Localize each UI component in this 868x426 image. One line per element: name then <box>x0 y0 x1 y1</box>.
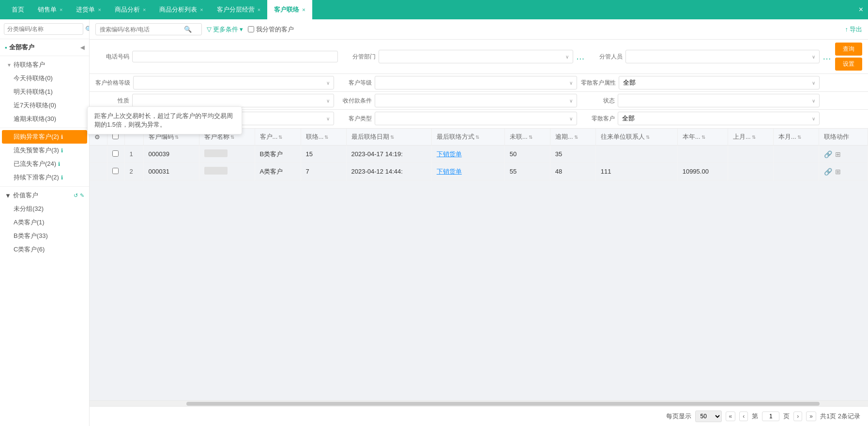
collapse-sidebar-icon[interactable]: ◀ <box>80 44 84 51</box>
page-input[interactable] <box>762 411 779 421</box>
row1-grid-icon[interactable]: ⊞ <box>835 150 841 158</box>
gender-select[interactable]: ∨ <box>132 94 334 107</box>
row2-name <box>199 163 255 180</box>
phone-filter: 电话号码 <box>95 51 338 62</box>
refresh-icon[interactable]: ↺ <box>74 192 78 199</box>
dept-more-icon[interactable]: … <box>576 52 585 62</box>
customer-type-col-header[interactable]: 客户...⇅ <box>255 129 301 146</box>
row1-checkbox[interactable] <box>107 146 124 163</box>
retail-attr-select[interactable]: 全部∨ <box>619 76 820 89</box>
row1-link-icon[interactable]: 🔗 <box>824 150 832 158</box>
row2-link-icon[interactable]: 🔗 <box>824 168 832 176</box>
per-page-label: 每页显示 <box>666 412 691 421</box>
sidebar-item-churned[interactable]: 已流失客户(24) ℹ <box>0 157 89 171</box>
retail-select[interactable]: 全部∨ <box>618 112 820 125</box>
customer-grade-select[interactable]: ∨ <box>375 76 577 89</box>
price-grade-select[interactable]: ∨ <box>133 76 334 89</box>
query-button[interactable]: 查询 <box>835 43 862 56</box>
info-icon-1: ℹ <box>61 147 63 154</box>
first-page-button[interactable]: « <box>726 411 736 421</box>
nav-customer-segment[interactable]: 客户分层经营 × <box>210 0 267 19</box>
sidebar-item-7days[interactable]: 近7天待联络(0) <box>0 99 89 112</box>
next-page-button[interactable]: › <box>793 411 802 421</box>
last-contact-date-col-header[interactable]: 最后联络日期⇅ <box>346 129 431 146</box>
dept-select[interactable]: ∨ <box>379 50 573 63</box>
per-page-select[interactable]: 50 20 100 <box>695 411 722 422</box>
value-customer-group-header[interactable]: ▼ 价值客户 ↺ ✎ <box>0 189 89 202</box>
nav-home[interactable]: 首页 <box>5 0 31 19</box>
overdue-col-header[interactable]: 逾期...⇅ <box>550 129 595 146</box>
customer-type-select[interactable]: ∨ <box>375 112 577 125</box>
close-customer-segment-tab[interactable]: × <box>258 7 260 13</box>
row2-last-method[interactable]: 下销货单 <box>431 163 504 180</box>
close-customer-contact-tab[interactable]: × <box>302 7 305 13</box>
unit-contact-col-header[interactable]: 往来单位联系人⇅ <box>595 129 677 146</box>
page-label-2: 页 <box>783 412 790 421</box>
sidebar-item-overdue[interactable]: 逾期未联络(30) <box>0 112 89 126</box>
person-more-icon[interactable]: … <box>822 52 831 62</box>
nav-customer-contact[interactable]: 客户联络 × <box>267 0 312 19</box>
row1-last-method[interactable]: 下销货单 <box>431 146 504 163</box>
more-conditions-btn[interactable]: ▽ 更多条件 ▾ <box>207 25 243 34</box>
last-contact-method-col-header[interactable]: 最后联络方式⇅ <box>431 129 504 146</box>
nav-product-analysis[interactable]: 商品分析 × <box>108 0 152 19</box>
prev-page-button[interactable]: ‹ <box>739 411 748 421</box>
row2-overdue: 48 <box>550 163 595 180</box>
this-year-col-header[interactable]: 本年...⇅ <box>677 129 728 146</box>
dept-label: 分管部门 <box>342 53 376 61</box>
last-page-button[interactable]: » <box>806 411 816 421</box>
edit-icon[interactable]: ✎ <box>80 192 84 199</box>
my-customers-checkbox[interactable]: 我分管的客户 <box>248 25 294 34</box>
export-button[interactable]: ↑ 导出 <box>845 25 863 34</box>
dept-filter: 分管部门 ∨ … <box>342 50 584 63</box>
pending-contact-group-header[interactable]: ▼ 待联络客户 <box>0 58 89 72</box>
contact-col-header[interactable]: 联络...⇅ <box>301 129 346 146</box>
sidebar-item-ungrouped[interactable]: 未分组(32) <box>0 202 89 216</box>
my-customers-check[interactable] <box>248 26 254 32</box>
row2-grid-icon[interactable]: ⊞ <box>835 168 841 176</box>
horizontal-scrollbar-area[interactable] <box>90 400 868 406</box>
search-input[interactable] <box>100 26 182 33</box>
nav-sales[interactable]: 销售单 × <box>31 0 69 19</box>
sidebar-item-repurchase-anomaly[interactable]: 回购异常客户(2) ℹ <box>2 130 87 144</box>
row2-no: 2 <box>124 163 143 180</box>
row2-check[interactable] <box>112 168 119 174</box>
sidebar-item-tomorrow[interactable]: 明天待联络(1) <box>0 85 89 99</box>
row1-name <box>199 146 255 163</box>
scrollbar-thumb[interactable] <box>186 402 820 406</box>
not-contact-col-header[interactable]: 未联...⇅ <box>504 129 550 146</box>
close-product-analysis-tab[interactable]: × <box>143 7 146 13</box>
sidebar-search-icon[interactable]: 🔍 <box>85 26 90 33</box>
status-select[interactable]: ∨ <box>618 94 820 107</box>
person-select[interactable]: ∨ <box>625 50 820 63</box>
close-purchase-tab[interactable]: × <box>98 7 101 13</box>
phone-input[interactable] <box>132 51 338 62</box>
sidebar-item-a-class[interactable]: A类客户(1) <box>0 216 89 229</box>
retail-attr-filter: 零散客户属性 全部∨ <box>581 76 820 89</box>
sidebar-item-today[interactable]: 今天待联络(0) <box>0 72 89 85</box>
table-row: 2 000031 A类客户 7 2023-04-12 14:44: 下销货单 5… <box>90 163 868 180</box>
all-customers-header[interactable]: ▪ 全部客户 ◀ <box>0 39 89 56</box>
nav-product-analysis-list[interactable]: 商品分析列表 × <box>152 0 210 19</box>
close-sales-tab[interactable]: × <box>60 7 62 13</box>
sidebar-item-declining[interactable]: 持续下滑客户(2) ℹ <box>0 171 89 184</box>
nav-purchase[interactable]: 进货单 × <box>69 0 107 19</box>
sort-icon-notcontact: ⇅ <box>529 134 533 140</box>
close-product-analysis-list-tab[interactable]: × <box>200 7 203 13</box>
sidebar-item-churn-warning[interactable]: 流失预警客户(3) ℹ <box>0 144 89 157</box>
row2-this-month <box>773 163 819 180</box>
sidebar-item-c-class[interactable]: C类客户(6) <box>0 243 89 256</box>
sidebar-search-input[interactable] <box>4 23 83 35</box>
search-icon[interactable]: 🔍 <box>184 26 192 33</box>
payment-select[interactable]: ∨ <box>375 94 577 107</box>
set-button[interactable]: 设置 <box>835 58 862 71</box>
sort-icon-date: ⇅ <box>390 134 394 140</box>
last-month-col-header[interactable]: 上月...⇅ <box>728 129 773 146</box>
row1-check[interactable] <box>112 150 119 157</box>
sidebar-item-b-class[interactable]: B类客户(33) <box>0 229 89 243</box>
this-month-col-header[interactable]: 本月...⇅ <box>773 129 819 146</box>
table-scroll-container[interactable]: ⚙ 客户编码⇅ 客户名称⇅ 客户...⇅ 联络...⇅ 最后联络日期⇅ 最后联络… <box>90 129 868 400</box>
close-all-button[interactable]: × <box>859 5 863 14</box>
row2-checkbox[interactable] <box>107 163 124 180</box>
filter-bar: 🔍 ▽ 更多条件 ▾ 我分管的客户 ↑ 导出 <box>90 19 868 40</box>
